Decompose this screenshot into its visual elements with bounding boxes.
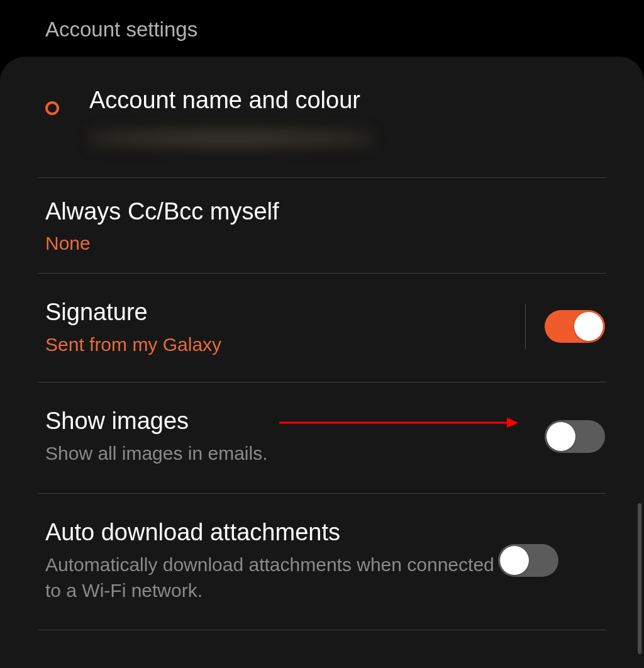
setting-cc-bcc[interactable]: Always Cc/Bcc myself None xyxy=(0,178,644,274)
show-images-toggle[interactable] xyxy=(545,420,605,453)
setting-text: Signature Sent from my Galaxy xyxy=(45,298,513,355)
setting-signature[interactable]: Signature Sent from my Galaxy xyxy=(0,274,644,382)
setting-auto-download[interactable]: Auto download attachments Automatically … xyxy=(0,494,644,630)
signature-toggle[interactable] xyxy=(545,310,605,343)
setting-subtitle: Automatically download attachments when … xyxy=(45,552,498,603)
setting-subtitle: Sent from my Galaxy xyxy=(45,334,513,355)
redacted-email-subtitle xyxy=(89,127,372,150)
settings-panel: Account name and colour Always Cc/Bcc my… xyxy=(0,57,644,668)
toggle-knob xyxy=(574,312,603,341)
page-header: Account settings xyxy=(0,0,644,57)
setting-show-images[interactable]: Show images Show all images in emails. xyxy=(0,382,644,493)
setting-subtitle: None xyxy=(45,233,605,254)
setting-title: Always Cc/Bcc myself xyxy=(45,197,605,227)
setting-title: Show images xyxy=(45,406,545,437)
toggle-knob xyxy=(547,422,575,451)
setting-text: Account name and colour xyxy=(89,86,605,150)
auto-download-toggle[interactable] xyxy=(498,544,558,577)
setting-text: Auto download attachments Automatically … xyxy=(45,518,498,604)
setting-text: Always Cc/Bcc myself None xyxy=(45,197,605,255)
account-color-ring-icon xyxy=(45,101,59,115)
setting-text: Show images Show all images in emails. xyxy=(45,406,545,467)
setting-account-name-colour[interactable]: Account name and colour xyxy=(0,57,644,177)
setting-title: Account name and colour xyxy=(89,86,605,116)
setting-subtitle: Show all images in emails. xyxy=(45,441,545,467)
page-title: Account settings xyxy=(45,18,197,41)
toggle-knob xyxy=(500,546,529,575)
vertical-divider xyxy=(525,304,526,349)
scrollbar[interactable] xyxy=(638,503,641,654)
setting-title: Signature xyxy=(45,298,513,328)
divider xyxy=(38,630,606,630)
setting-title: Auto download attachments xyxy=(45,518,498,548)
